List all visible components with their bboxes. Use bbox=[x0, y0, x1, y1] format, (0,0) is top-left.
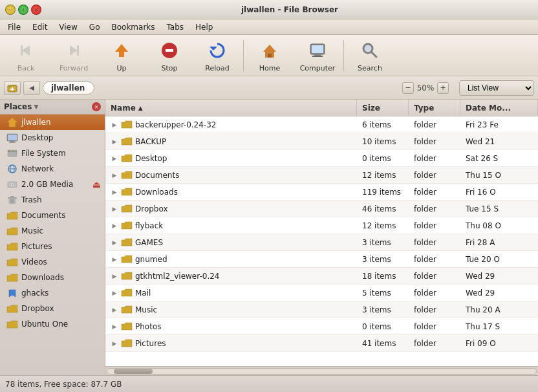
table-row[interactable]: ▶ Photos 0 items folder Thu 17 S bbox=[105, 318, 538, 335]
file-name-cell: ▶ flyback bbox=[105, 221, 357, 231]
back-small-button[interactable]: ◀ bbox=[23, 81, 40, 95]
up-button[interactable]: Up bbox=[98, 37, 145, 74]
expand-arrow[interactable]: ▶ bbox=[111, 171, 118, 179]
reload-button[interactable]: Reload bbox=[194, 37, 241, 74]
file-list: ▶ backerupper-0.24-32 6 items folder Fri… bbox=[105, 116, 538, 366]
new-folder-button[interactable] bbox=[4, 81, 21, 95]
expand-arrow[interactable]: ▶ bbox=[111, 239, 118, 246]
forward-button[interactable]: Forward bbox=[50, 37, 97, 74]
up-label: Up bbox=[116, 64, 126, 72]
sidebar-item-music[interactable]: Music bbox=[0, 223, 105, 239]
expand-arrow[interactable]: ▶ bbox=[111, 138, 118, 146]
expand-arrow[interactable]: ▶ bbox=[111, 121, 118, 129]
file-size-cell: 3 items bbox=[357, 305, 409, 314]
sidebar-item-dropbox[interactable]: Dropbox bbox=[0, 301, 105, 316]
file-folder-icon bbox=[121, 271, 133, 281]
menu-file[interactable]: File bbox=[3, 21, 26, 33]
table-row[interactable]: ▶ gtkhtml2_viewer-0.24 18 items folder W… bbox=[105, 268, 538, 285]
expand-arrow[interactable]: ▶ bbox=[111, 272, 118, 280]
table-row[interactable]: ▶ Documents 12 items folder Thu 15 O bbox=[105, 167, 538, 184]
file-name: Documents bbox=[135, 171, 179, 180]
reload-label: Reload bbox=[205, 64, 229, 72]
maximize-button[interactable]: + bbox=[18, 5, 28, 15]
table-row[interactable]: ▶ flyback 12 items folder Thu 08 O bbox=[105, 217, 538, 234]
scroll-thumb[interactable] bbox=[114, 369, 153, 374]
sidebar-item-pictures[interactable]: Pictures bbox=[0, 239, 105, 254]
menu-view[interactable]: View bbox=[54, 21, 82, 33]
sidebar-item-jlwallen[interactable]: jlwallen bbox=[0, 114, 105, 130]
file-type-cell: folder bbox=[409, 339, 460, 348]
file-date-cell: Thu 08 O bbox=[460, 221, 538, 230]
file-folder-icon bbox=[121, 237, 133, 248]
menu-help[interactable]: Help bbox=[190, 21, 218, 33]
file-date-cell: Fri 28 A bbox=[460, 238, 538, 247]
file-size-cell: 0 items bbox=[357, 154, 409, 163]
col-header-date[interactable]: Date Mo... bbox=[460, 100, 538, 116]
minimize-button[interactable]: − bbox=[5, 5, 16, 15]
table-row[interactable]: ▶ backerupper-0.24-32 6 items folder Fri… bbox=[105, 116, 538, 133]
menu-tabs[interactable]: Tabs bbox=[162, 21, 189, 33]
file-area: Name ▲ Size Type Date Mo... ▶ bbox=[105, 100, 538, 375]
table-row[interactable]: ▶ Music 3 items folder Thu 20 A bbox=[105, 301, 538, 318]
stop-label: Stop bbox=[161, 64, 177, 72]
sidebar-item-ghacks[interactable]: ghacks bbox=[0, 285, 105, 301]
col-header-size[interactable]: Size bbox=[357, 100, 409, 116]
expand-arrow[interactable]: ▶ bbox=[111, 205, 118, 213]
stop-button[interactable]: Stop bbox=[146, 37, 193, 74]
sidebar-item-trash[interactable]: Trash bbox=[0, 192, 105, 208]
table-row[interactable]: ▶ Dropbox 46 items folder Tue 15 S bbox=[105, 201, 538, 217]
table-row[interactable]: ▶ Pictures 41 items folder Fri 09 O bbox=[105, 335, 538, 352]
sidebar-close-button[interactable]: × bbox=[92, 102, 101, 111]
file-type-cell: folder bbox=[409, 171, 460, 180]
view-mode-select[interactable]: List View Icon View Compact View bbox=[459, 80, 534, 96]
menu-go[interactable]: Go bbox=[84, 21, 105, 33]
menu-bookmarks[interactable]: Bookmarks bbox=[106, 21, 160, 33]
table-row[interactable]: ▶ gnumed 3 items folder Tue 20 O bbox=[105, 251, 538, 268]
file-size-cell: 18 items bbox=[357, 272, 409, 281]
file-folder-icon bbox=[121, 254, 133, 265]
expand-arrow[interactable]: ▶ bbox=[111, 340, 118, 347]
expand-arrow[interactable]: ▶ bbox=[111, 155, 118, 162]
zoom-out-button[interactable]: − bbox=[402, 82, 414, 94]
expand-arrow[interactable]: ▶ bbox=[111, 188, 118, 196]
sidebar-item-media[interactable]: 2.0 GB Media ⏏ bbox=[0, 177, 105, 192]
file-folder-icon bbox=[121, 321, 133, 332]
table-row[interactable]: ▶ GAMES 3 items folder Fri 28 A bbox=[105, 234, 538, 251]
home-button[interactable]: Home bbox=[246, 37, 293, 74]
eject-icon[interactable]: ⏏ bbox=[92, 179, 101, 190]
search-button[interactable]: Search bbox=[347, 37, 393, 74]
computer-button[interactable]: Computer bbox=[294, 37, 341, 74]
table-row[interactable]: ▶ Downloads 119 items folder Fri 16 O bbox=[105, 184, 538, 201]
close-button[interactable]: × bbox=[31, 5, 41, 15]
sidebar-item-filesystem[interactable]: File System bbox=[0, 146, 105, 161]
back-button[interactable]: Back bbox=[3, 37, 49, 74]
sidebar-item-network[interactable]: Network bbox=[0, 161, 105, 177]
sidebar-item-documents[interactable]: Documents bbox=[0, 208, 105, 223]
file-type-cell: folder bbox=[409, 305, 460, 314]
sidebar-item-desktop[interactable]: Desktop bbox=[0, 130, 105, 146]
file-name: Pictures bbox=[135, 339, 166, 348]
table-row[interactable]: ▶ Mail 5 items folder Wed 29 bbox=[105, 285, 538, 301]
scroll-track[interactable] bbox=[107, 368, 537, 375]
table-row[interactable]: ▶ BACKUP 10 items folder Wed 21 bbox=[105, 133, 538, 150]
expand-arrow[interactable]: ▶ bbox=[111, 289, 118, 297]
zoom-in-button[interactable]: + bbox=[437, 82, 449, 94]
col-header-type[interactable]: Type bbox=[409, 100, 460, 116]
expand-arrow[interactable]: ▶ bbox=[111, 222, 118, 230]
toolbar-sep-2 bbox=[343, 40, 344, 71]
file-name: Downloads bbox=[135, 188, 178, 197]
sidebar-item-videos[interactable]: Videos bbox=[0, 254, 105, 270]
menu-edit[interactable]: Edit bbox=[27, 21, 52, 33]
sidebar-item-ubuntuone[interactable]: Ubuntu One bbox=[0, 316, 105, 332]
file-date-cell: Wed 21 bbox=[460, 137, 538, 146]
file-name-cell: ▶ backerupper-0.24-32 bbox=[105, 120, 357, 130]
horizontal-scrollbar[interactable] bbox=[105, 366, 538, 375]
bookmark-icon bbox=[6, 287, 18, 299]
expand-arrow[interactable]: ▶ bbox=[111, 323, 118, 331]
file-size-cell: 119 items bbox=[357, 188, 409, 197]
expand-arrow[interactable]: ▶ bbox=[111, 306, 118, 314]
table-row[interactable]: ▶ Desktop 0 items folder Sat 26 S bbox=[105, 150, 538, 167]
sidebar-item-downloads[interactable]: Downloads bbox=[0, 270, 105, 285]
col-header-name[interactable]: Name ▲ bbox=[105, 100, 357, 116]
expand-arrow[interactable]: ▶ bbox=[111, 256, 118, 263]
